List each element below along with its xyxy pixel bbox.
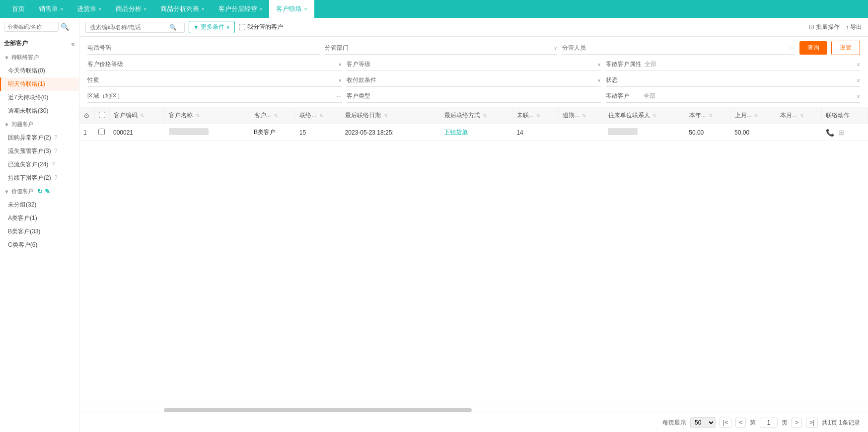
row-select-checkbox[interactable]: [98, 129, 105, 135]
table-footer: 每页显示 50 20 100 |< < 第 页 > >| 共1页 1条记录: [79, 413, 868, 432]
retail-customer-select[interactable]: 全部 ∨: [644, 92, 860, 100]
dept-label: 分管部门: [325, 44, 360, 52]
first-page-button[interactable]: |<: [720, 418, 731, 428]
sidebar-item-tomorrow-pending[interactable]: 明天待联络(1): [0, 77, 79, 91]
export-button[interactable]: ↑ 导出: [846, 23, 862, 31]
nav-customer-contact[interactable]: 客户联络 ×: [269, 0, 314, 18]
sort-icon10[interactable]: ⇅: [709, 113, 713, 118]
close-icon[interactable]: ×: [144, 0, 146, 18]
col-this-year[interactable]: 本年... ⇅: [685, 107, 730, 124]
col-last-month[interactable]: 上月... ⇅: [730, 107, 776, 124]
sidebar-item-7days-pending[interactable]: 近7天待联络(0): [0, 91, 79, 104]
batch-op-button[interactable]: ☑ 批量操作: [809, 23, 840, 31]
last-method-link[interactable]: 下销货单: [444, 129, 468, 136]
nav-product-analysis[interactable]: 商品分析 ×: [109, 0, 153, 18]
sidebar-item-class-c[interactable]: C类客户(6): [0, 238, 79, 252]
nav-home[interactable]: 首页: [5, 0, 32, 18]
horizontal-scrollbar[interactable]: [79, 407, 868, 413]
more-filter-button[interactable]: ▼ 更多条件 ∧: [189, 21, 235, 33]
refresh-icon[interactable]: ↻: [37, 188, 43, 195]
sort-icon7[interactable]: ⇅: [536, 113, 540, 118]
nav-product-analysis-list[interactable]: 商品分析列表 ×: [153, 0, 211, 18]
manager-label: 分管人员: [562, 44, 597, 52]
col-code[interactable]: 客户编码 ⇅: [109, 107, 165, 124]
nature-select[interactable]: ∨: [125, 77, 342, 83]
edit-icon[interactable]: ✎: [45, 188, 50, 195]
row-last-date: 2023-05-23 18:25:: [341, 124, 440, 141]
prev-page-button[interactable]: <: [735, 418, 746, 428]
filter-row-4: 区域（地区） ··· 客户类型 零散客户 全部 ∨: [87, 90, 860, 103]
row-unit-contact: [604, 124, 685, 141]
sidebar-item-overdue-pending[interactable]: 逾期未联络(30): [0, 104, 79, 118]
dept-select[interactable]: ∨: [362, 45, 557, 51]
select-all-checkbox[interactable]: [99, 112, 105, 118]
grid-action-icon[interactable]: ⊞: [838, 129, 844, 137]
col-type[interactable]: 客户... ⇅: [250, 107, 295, 124]
col-this-month[interactable]: 本月... ⇅: [776, 107, 822, 124]
close-icon[interactable]: ×: [259, 0, 262, 18]
chevron-left-icon[interactable]: «: [71, 40, 75, 48]
payment-terms-select[interactable]: ∨: [384, 77, 601, 83]
nav-customer-tier[interactable]: 客户分层经营 ×: [212, 0, 269, 18]
sort-icon12[interactable]: ⇅: [800, 113, 804, 118]
sort-icon9[interactable]: ⇅: [652, 113, 656, 118]
manager-select[interactable]: ···: [600, 44, 795, 51]
sidebar-item-class-b[interactable]: B类客户(33): [0, 225, 79, 238]
col-contact-count[interactable]: 联络... ⇅: [295, 107, 341, 124]
region-select[interactable]: ···: [126, 93, 342, 100]
sort-icon6[interactable]: ⇅: [483, 113, 487, 118]
query-button[interactable]: 查询: [799, 41, 827, 55]
sort-icon8[interactable]: ⇅: [582, 113, 586, 118]
sidebar-item-class-a[interactable]: A类客户(1): [0, 212, 79, 225]
sort-icon2[interactable]: ⇅: [196, 113, 200, 118]
sidebar-search-input[interactable]: [4, 22, 59, 32]
close-icon[interactable]: ×: [201, 0, 204, 18]
sort-icon3[interactable]: ⇅: [274, 113, 278, 118]
per-page-select[interactable]: 50 20 100: [690, 417, 716, 428]
col-uncontacted[interactable]: 未联... ⇅: [512, 107, 558, 124]
sidebar-item-churn-warning[interactable]: 流失预警客户(3) ?: [0, 144, 79, 158]
sort-icon4[interactable]: ⇅: [319, 113, 323, 118]
last-page-button[interactable]: >|: [806, 418, 818, 428]
search-input[interactable]: [90, 24, 169, 31]
retail-attr-select[interactable]: 全部 ∨: [645, 60, 860, 69]
col-overdue-label: 逾期...: [563, 112, 579, 119]
phone-input[interactable]: [125, 44, 320, 51]
sidebar-item-ungrouped[interactable]: 未分组(32): [0, 198, 79, 212]
sidebar-item-today-pending[interactable]: 今天待联络(0): [0, 64, 79, 77]
sort-icon11[interactable]: ⇅: [754, 113, 758, 118]
my-customers-checkbox[interactable]: [239, 24, 245, 30]
col-last-method-label: 最后联络方式: [444, 112, 480, 119]
phone-action-icon[interactable]: 📞: [826, 129, 834, 137]
next-page-button[interactable]: >: [792, 418, 802, 428]
close-icon[interactable]: ×: [98, 0, 101, 18]
settings-icon[interactable]: ⚙: [83, 112, 90, 120]
sidebar-item-churned[interactable]: 已流失客户(24) ?: [0, 158, 79, 171]
scrollbar-thumb[interactable]: [164, 408, 472, 412]
col-name[interactable]: 客户名称 ⇅: [165, 107, 250, 124]
nav-purchase[interactable]: 进货单 ×: [70, 0, 108, 18]
sidebar-item-declining[interactable]: 持续下滑客户(2) ?: [0, 171, 79, 185]
col-unit-contact[interactable]: 往来单位联系人 ⇅: [604, 107, 685, 124]
sidebar-search-icon[interactable]: 🔍: [61, 23, 69, 31]
sidebar-item-repurchase-abnormal[interactable]: 回购异常客户(2) ?: [0, 131, 79, 144]
set-button[interactable]: 设置: [831, 41, 860, 55]
nav-sales[interactable]: 销售单 ×: [32, 0, 70, 18]
customer-level-label: 客户等级: [347, 60, 381, 69]
page-number-input[interactable]: [760, 418, 778, 428]
col-gear: ⚙: [79, 107, 94, 124]
sort-icon5[interactable]: ⇅: [384, 113, 388, 118]
price-level-select[interactable]: ∨: [126, 62, 342, 67]
col-last-method[interactable]: 最后联络方式 ⇅: [440, 107, 512, 124]
close-icon[interactable]: ×: [60, 0, 63, 18]
status-select[interactable]: ∨: [644, 77, 860, 83]
row-this-year: 50.00: [685, 124, 730, 141]
col-last-date[interactable]: 最后联络日期 ⇅: [341, 107, 440, 124]
sort-icon[interactable]: ⇅: [140, 113, 144, 118]
col-overdue[interactable]: 逾期... ⇅: [558, 107, 604, 124]
my-customers-checkbox-wrap[interactable]: 我分管的客户: [239, 23, 283, 31]
customer-level-select[interactable]: ∨: [384, 62, 601, 67]
all-customers-header[interactable]: 全部客户 «: [0, 36, 79, 51]
search-icon[interactable]: 🔍: [169, 24, 177, 31]
close-icon[interactable]: ×: [304, 0, 307, 18]
